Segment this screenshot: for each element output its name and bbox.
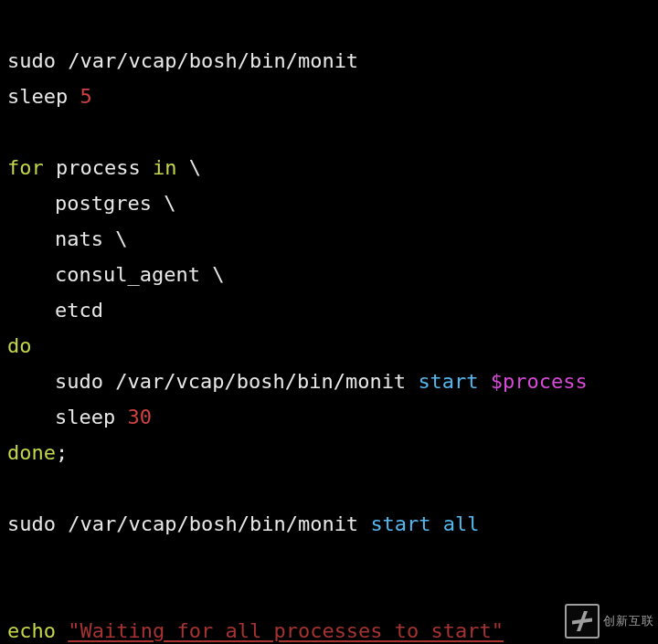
token-start: start xyxy=(370,512,430,535)
token-number: 5 xyxy=(80,85,91,108)
token-sudo: sudo xyxy=(7,512,56,535)
keyword-echo: echo xyxy=(7,619,56,642)
token-semi: ; xyxy=(56,441,68,464)
list-item-postgres: postgres xyxy=(55,192,152,215)
token-all: all xyxy=(443,512,480,535)
list-item-nats: nats xyxy=(55,227,103,250)
token-sudo: sudo xyxy=(55,370,103,393)
watermark-icon xyxy=(565,604,600,639)
token-sleep: sleep xyxy=(7,85,68,108)
keyword-for: for xyxy=(7,156,44,179)
keyword-done: done xyxy=(7,441,56,464)
token-number: 30 xyxy=(127,406,152,428)
watermark-text: 创新互联 xyxy=(603,615,654,628)
keyword-in: in xyxy=(153,156,177,179)
token-backslash: \ xyxy=(115,227,127,250)
token-sudo: sudo xyxy=(7,49,56,72)
code-block: sudo /var/vcap/bosh/bin/monit sleep 5 fo… xyxy=(0,0,658,644)
token-path: /var/vcap/bosh/bin/monit xyxy=(115,370,406,393)
token-var: process xyxy=(56,156,141,179)
token-path: /var/vcap/bosh/bin/monit xyxy=(68,49,358,72)
list-item-etcd: etcd xyxy=(55,299,103,322)
list-item-consul: consul_agent xyxy=(55,263,200,286)
keyword-do: do xyxy=(7,334,32,357)
string-literal: "Waiting for all processes to start" xyxy=(68,619,504,642)
token-sleep: sleep xyxy=(55,406,115,428)
token-backslash: \ xyxy=(164,192,175,215)
watermark: 创新互联 xyxy=(565,604,654,639)
token-backslash: \ xyxy=(212,263,224,286)
token-backslash: \ xyxy=(189,156,201,179)
token-start: start xyxy=(418,370,478,393)
variable-process: $process xyxy=(491,370,588,393)
token-path: /var/vcap/bosh/bin/monit xyxy=(68,512,358,535)
